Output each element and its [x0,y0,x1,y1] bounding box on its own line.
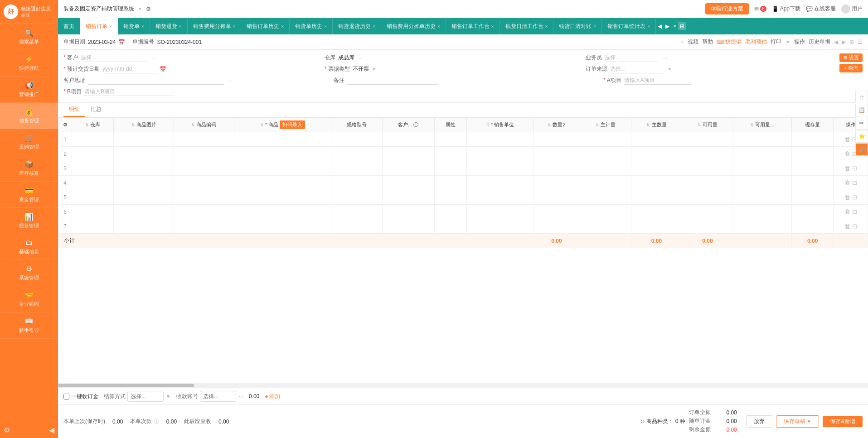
th-image[interactable]: ⇅ 商品图片 [114,118,174,132]
sidebar-item-finance[interactable]: 💳 资金管理 [0,182,58,208]
customer-input[interactable] [81,53,149,62]
help-btn[interactable]: 帮助 [702,38,713,46]
add-material-btn[interactable]: + 物流 [839,64,863,72]
customer-dots[interactable]: ··· [152,55,157,61]
copy-row-icon[interactable]: ⊡ [852,179,857,186]
tab-sales-stats[interactable]: 销售订单统计表 × [602,18,656,34]
th-spec[interactable]: 规格型号 [331,118,382,132]
nav-prev-icon[interactable]: ◀ [834,39,838,45]
print-dropdown-icon[interactable]: ▼ [785,39,790,45]
tab-cash-reconcile[interactable]: 钱货日清对账 × [553,18,602,34]
tab-expand-btn[interactable]: ⊞ [678,22,686,30]
sidebar-item-newbie[interactable]: 📖 新手引导 [0,313,58,339]
th-available2[interactable]: ⇅ 可用量... [733,118,791,132]
staff-dots[interactable]: ··· [663,55,667,61]
right-tool-2[interactable]: 📋 [855,104,868,116]
copy-row-icon[interactable]: ⊡ [852,223,857,230]
add-payment-btn[interactable]: ● 添加 [265,393,280,400]
th-main-unit[interactable]: ⇅ 主计量 [580,118,631,132]
tab-sales-return[interactable]: 销货退货 × [150,18,188,34]
tab-sales-order[interactable]: 销售订单 × [80,18,118,34]
warehouse-dots[interactable]: ··· [358,55,363,61]
copy-row-icon[interactable]: ⊡ [852,165,857,172]
order-source-input[interactable] [610,65,664,73]
tab-home[interactable]: 首页 [58,18,80,34]
tab-close-icon[interactable]: × [373,24,375,29]
save-draft-btn[interactable]: 保存草稿 ▼ [776,415,819,428]
tab-sales-receipt[interactable]: 销货单 × [118,18,150,34]
table-wrapper[interactable]: ⚙ ⇅ 仓库 ⇅ 商品图片 ⇅ 商品编码 [58,117,868,383]
copy-row-icon[interactable]: ⊡ [852,194,857,201]
tab-close-icon[interactable]: × [437,24,440,29]
calendar2-icon[interactable]: 📅 [160,66,166,72]
th-warehouse[interactable]: ⇅ 仓库 [72,118,114,132]
right-tool-4[interactable]: ⭐ [855,130,868,143]
delete-row-icon[interactable]: 🗑 [844,150,850,157]
copy-row-icon[interactable]: ⊡ [852,208,857,215]
dropdown-icon[interactable]: ▼ [138,6,142,11]
scan-btn[interactable]: 扫码录入 [280,120,305,129]
operate-btn[interactable]: 操作 [794,38,805,46]
th-attribute[interactable]: 属性 [434,118,467,132]
horizontal-scrollbar[interactable] [58,383,868,388]
right-tool-5[interactable]: 🔗 [855,143,868,156]
th-unit[interactable]: ⇅ 销售单位 [467,118,533,132]
save-draft-dropdown-icon[interactable]: ▼ [807,419,811,424]
history-btn[interactable]: 历史单据 [809,38,830,46]
delete-row-icon[interactable]: 🗑 [844,223,850,230]
sidebar-item-marketing[interactable]: 📢 营销推广 [0,77,58,103]
user-avatar[interactable]: 用户 [841,5,863,14]
tab-summary[interactable]: 汇总 [85,103,107,117]
tab-close-icon[interactable]: × [491,24,494,29]
account-dots[interactable]: ··· [239,393,243,399]
collapse-icon[interactable]: ◀ [49,426,54,434]
shortcut-btn[interactable]: ⌨ 快捷键 [717,38,742,46]
th-stock[interactable]: 现存量 [792,118,834,132]
nav-next-icon[interactable]: ▶ [842,39,846,45]
one-click-checkbox-label[interactable]: 一键收订金 [63,393,98,400]
delete-row-icon[interactable]: 🗑 [844,194,850,201]
sidebar-item-search[interactable]: 🔍 搜索菜单 [0,24,58,50]
th-qty2[interactable]: ⇅ 数量2 [533,118,580,132]
tab-receipt-history[interactable]: 销货单历史 × [290,18,333,34]
date-value[interactable]: 2023-03-24 [88,39,116,45]
invoice-dropdown-icon[interactable]: ▼ [372,67,376,72]
a-project-input[interactable] [624,76,692,85]
discard-btn[interactable]: 放弃 [746,415,772,428]
address-dots[interactable]: ··· [228,77,232,84]
tab-sales-expense[interactable]: 销售费用分摊单 × [188,18,242,34]
tab-sales-order-history[interactable]: 销售订单历史 × [241,18,290,34]
th-main-qty[interactable]: ⇅ 主数量 [631,118,682,132]
right-tool-1[interactable]: ☆ [855,91,868,103]
tab-expense-history[interactable]: 销售费用分摊单历史 × [381,18,446,34]
th-available[interactable]: ⇅ 可用量 [682,118,733,132]
save-new-btn[interactable]: 保存&新增 [823,416,863,427]
right-tool-3[interactable]: ✏ [855,117,868,130]
print-btn[interactable]: 打印 [771,38,781,46]
sidebar-item-base-info[interactable]: 🗂 基础信息 [0,234,58,260]
tab-close-icon[interactable]: × [545,24,548,29]
address-input[interactable] [88,76,224,85]
delete-row-icon[interactable]: 🗑 [844,136,850,143]
sidebar-item-system[interactable]: ⚙ 系统管理 [0,260,58,286]
app-download-btn[interactable]: 📱 App下载 [772,5,800,13]
th-customer-code[interactable]: 客户... ⓘ [382,118,434,132]
sidebar-item-purchase[interactable]: 🛒 采购管理 [0,129,58,155]
tab-cash-workbench[interactable]: 钱货日清工作台 × [500,18,554,34]
th-code[interactable]: ⇅ 商品编码 [174,118,234,132]
sidebar-item-operations[interactable]: 📊 经营管理 [0,208,58,234]
sidebar-item-quick-nav[interactable]: ⚡ 快捷导航 [0,50,58,77]
tab-order-workbench[interactable]: 销售订单工作台 × [446,18,500,34]
online-service-btn[interactable]: 💬 在线客服 [806,5,836,13]
th-product[interactable]: ⇅ 商品 扫码录入 [234,118,331,132]
order-source-dropdown-icon[interactable]: ▼ [667,67,672,72]
scrollbar-thumb[interactable] [58,384,194,387]
tab-prev-btn[interactable]: ◀ [656,23,664,29]
tab-close-icon[interactable]: × [324,24,327,29]
tab-detail[interactable]: 明细 [63,103,85,117]
settings-icon[interactable]: ⚙ [146,6,151,12]
industry-solution-btn[interactable]: 体验行业方案 [705,3,749,14]
remark-input[interactable] [347,76,438,85]
tab-close-icon[interactable]: × [593,24,596,29]
tab-close-icon[interactable]: × [179,24,182,29]
